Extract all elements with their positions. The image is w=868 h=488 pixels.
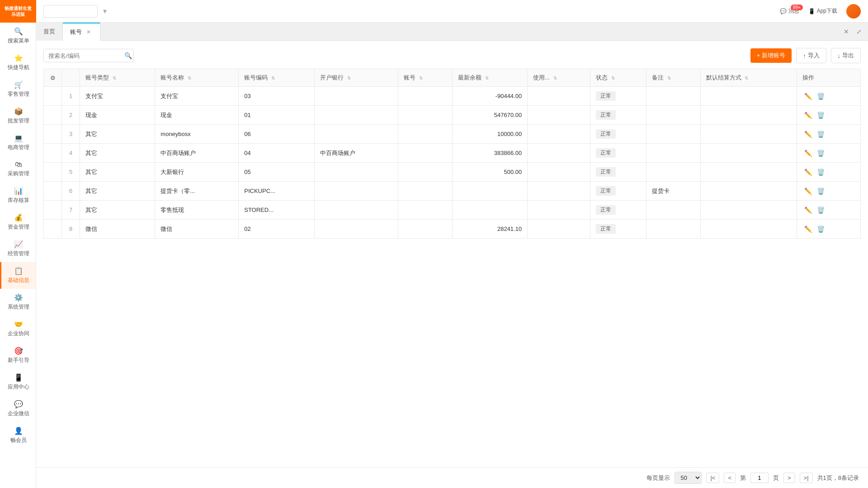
tab-close-button[interactable]: ✕ bbox=[85, 28, 93, 36]
edit-button[interactable]: ✏️ bbox=[802, 92, 814, 101]
tab-close-all-button[interactable]: ✕ bbox=[841, 26, 852, 37]
delete-button[interactable]: 🗑️ bbox=[815, 130, 826, 139]
guide-icon: 🎯 bbox=[3, 347, 34, 355]
col-remarks[interactable]: 备注 ⇅ bbox=[646, 69, 701, 87]
sidebar-item-label: 零售管理 bbox=[8, 91, 29, 97]
edit-button[interactable]: ✏️ bbox=[802, 130, 814, 139]
sidebar-item-purchase[interactable]: 🛍 采购管理 bbox=[0, 156, 36, 182]
delete-button[interactable]: 🗑️ bbox=[815, 111, 826, 120]
sidebar-item-guide[interactable]: 🎯 新手引导 bbox=[0, 342, 36, 369]
edit-button[interactable]: ✏️ bbox=[802, 206, 814, 215]
sort-icon-status: ⇅ bbox=[611, 75, 615, 80]
row-settlement bbox=[700, 182, 797, 201]
row-remarks bbox=[646, 201, 701, 220]
first-page-button[interactable]: |< bbox=[706, 473, 719, 483]
delete-button[interactable]: 🗑️ bbox=[815, 168, 826, 177]
row-remarks: 提货卡 bbox=[646, 182, 701, 201]
row-actions: ✏️ 🗑️ bbox=[797, 144, 860, 163]
edit-button[interactable]: ✏️ bbox=[802, 225, 814, 234]
prev-page-button[interactable]: < bbox=[724, 473, 736, 483]
col-account-name[interactable]: 账号名称 ⇅ bbox=[155, 69, 239, 87]
edit-button[interactable]: ✏️ bbox=[802, 149, 814, 158]
row-settlement bbox=[700, 106, 797, 125]
row-account-no bbox=[398, 106, 453, 125]
status-badge: 正常 bbox=[596, 167, 616, 177]
delete-button[interactable]: 🗑️ bbox=[815, 92, 826, 101]
sidebar-item-retail[interactable]: 🛒 零售管理 bbox=[0, 76, 36, 103]
col-account-no[interactable]: 账号 ⇅ bbox=[398, 69, 453, 87]
header-right: 💬 消息 99+ 📱 App下载 bbox=[780, 4, 861, 19]
search-menu-icon: 🔍 bbox=[3, 27, 34, 36]
edit-button[interactable]: ✏️ bbox=[802, 168, 814, 177]
tab-account[interactable]: 账号 ✕ bbox=[63, 23, 100, 41]
row-account-no bbox=[398, 182, 453, 201]
avatar[interactable] bbox=[846, 4, 861, 19]
row-account-no bbox=[398, 201, 453, 220]
col-account-type[interactable]: 账号类型 ⇅ bbox=[80, 69, 155, 87]
basic-info-icon: 📋 bbox=[3, 267, 34, 275]
search-button[interactable]: 🔍 bbox=[121, 49, 134, 62]
logo-text-1: 畅捷通财生意 bbox=[5, 5, 32, 11]
table-row: 8 微信 微信 02 28241.10 正常 ✏️ 🗑️ bbox=[44, 220, 861, 239]
search-input[interactable] bbox=[44, 50, 121, 62]
edit-button[interactable]: ✏️ bbox=[802, 111, 814, 120]
sidebar-item-app-center[interactable]: 📱 应用中心 bbox=[0, 369, 36, 395]
edit-button[interactable]: ✏️ bbox=[802, 187, 814, 196]
sidebar-item-label: 批发管理 bbox=[8, 117, 29, 124]
sidebar-item-enterprise[interactable]: 🤝 企业协同 bbox=[0, 315, 36, 342]
col-actions: 操作 bbox=[797, 69, 860, 87]
header-left: ▾ bbox=[43, 5, 107, 18]
last-page-button[interactable]: >| bbox=[800, 473, 813, 483]
row-status: 正常 bbox=[590, 163, 646, 182]
sidebar-item-operations[interactable]: 📈 经营管理 bbox=[0, 235, 36, 262]
next-page-button[interactable]: > bbox=[783, 473, 795, 483]
per-page-select[interactable]: 50 20 100 bbox=[675, 472, 702, 484]
sidebar-item-system[interactable]: ⚙️ 系统管理 bbox=[0, 289, 36, 315]
col-account-code[interactable]: 账号编码 ⇅ bbox=[239, 69, 315, 87]
import-button[interactable]: ↑ 导入 bbox=[796, 48, 826, 63]
row-settings-icon bbox=[44, 144, 62, 163]
row-name: 零售抵现 bbox=[155, 201, 239, 220]
top-search-input[interactable] bbox=[43, 5, 98, 18]
sidebar-item-ecommerce[interactable]: 💻 电商管理 bbox=[0, 129, 36, 156]
message-button[interactable]: 💬 消息 99+ bbox=[780, 7, 799, 15]
sidebar-item-label: 采购管理 bbox=[8, 170, 29, 177]
page-input[interactable] bbox=[750, 473, 769, 483]
row-number: 8 bbox=[62, 220, 80, 239]
tab-home[interactable]: 首页 bbox=[36, 23, 63, 41]
sidebar-item-quick-nav[interactable]: ⭐ 快捷导航 bbox=[0, 49, 36, 76]
sidebar-item-inventory[interactable]: 📊 库存核算 bbox=[0, 182, 36, 209]
row-balance: 383866.00 bbox=[452, 144, 527, 163]
tab-home-label: 首页 bbox=[43, 28, 55, 36]
row-name: moneybosx bbox=[155, 125, 239, 144]
export-button[interactable]: ↓ 导出 bbox=[831, 48, 861, 63]
row-status: 正常 bbox=[590, 201, 646, 220]
sidebar-item-search-menu[interactable]: 🔍 搜索菜单 bbox=[0, 23, 36, 49]
tab-expand-button[interactable]: ⤢ bbox=[854, 26, 864, 37]
col-balance[interactable]: 最新余额 ⇅ bbox=[452, 69, 527, 87]
row-balance bbox=[452, 182, 527, 201]
status-badge: 正常 bbox=[596, 110, 616, 120]
sidebar-item-wholesale[interactable]: 📦 批发管理 bbox=[0, 103, 36, 129]
sidebar-item-basic-info[interactable]: 📋 基础信息 bbox=[0, 262, 36, 289]
dropdown-icon[interactable]: ▾ bbox=[103, 7, 107, 15]
app-download-button[interactable]: 📱 App下载 bbox=[808, 7, 837, 15]
message-badge: 99+ bbox=[791, 5, 803, 10]
sidebar-item-wechat[interactable]: 💬 企业微信 bbox=[0, 395, 36, 422]
col-status[interactable]: 状态 ⇅ bbox=[590, 69, 646, 87]
col-usage[interactable]: 使用... ⇅ bbox=[528, 69, 590, 87]
delete-button[interactable]: 🗑️ bbox=[815, 206, 826, 215]
col-bank[interactable]: 开户银行 ⇅ bbox=[315, 69, 398, 87]
sidebar-item-finance[interactable]: 💰 资金管理 bbox=[0, 209, 36, 235]
add-account-button[interactable]: + 新增账号 bbox=[750, 48, 792, 63]
row-number: 6 bbox=[62, 182, 80, 201]
sidebar-item-member[interactable]: 👤 畅会员 bbox=[0, 422, 36, 449]
delete-button[interactable]: 🗑️ bbox=[815, 149, 826, 158]
col-settlement[interactable]: 默认结算方式 ⇅ bbox=[700, 69, 797, 87]
delete-button[interactable]: 🗑️ bbox=[815, 187, 826, 196]
col-settings[interactable]: ⚙ bbox=[44, 69, 62, 87]
delete-button[interactable]: 🗑️ bbox=[815, 225, 826, 234]
toolbar-right: + 新增账号 ↑ 导入 ↓ 导出 bbox=[750, 48, 861, 63]
sort-icon-usage: ⇅ bbox=[553, 75, 557, 80]
row-settings-icon bbox=[44, 125, 62, 144]
